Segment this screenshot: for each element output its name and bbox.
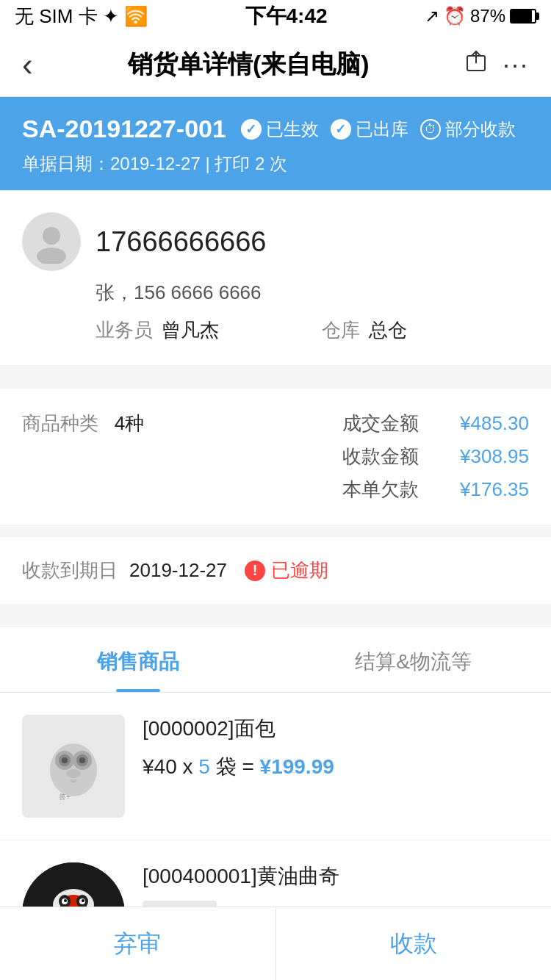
tabs-section: 销售商品 结算&物流等 [0, 627, 551, 693]
back-button[interactable]: ‹ [22, 46, 33, 83]
due-label: 收款到期日 [22, 558, 118, 583]
overdue-text: 已逾期 [271, 558, 328, 583]
product-item-1: 兽+ [0000002]面包 ¥40 x 5 袋 = ¥199.99 [0, 693, 551, 840]
deal-amount-row: 成交金额 ¥485.30 [342, 411, 529, 436]
tab-sales-products[interactable]: 销售商品 [0, 627, 276, 692]
warehouse-label: 仓库 [322, 317, 360, 343]
deal-amount-label: 成交金额 [342, 411, 419, 436]
product-name-2: [000400001]黄油曲奇 [143, 862, 529, 890]
page-title: 销货单详情(来自电脑) [128, 48, 370, 82]
status-badges: ✓ 已生效 ✓ 已出库 ⏱ 部分收款 [241, 118, 516, 141]
product-name-1: [0000002]面包 [143, 715, 529, 743]
due-section: 收款到期日 2019-12-27 ! 已逾期 [0, 536, 551, 604]
bottom-bar: 弃审 收款 [0, 907, 551, 980]
check-icon-shipped: ✓ [331, 119, 351, 140]
sales-value: 曾凡杰 [162, 317, 219, 343]
product-type: 商品种类 4种 [22, 411, 144, 502]
owed-row: 本单欠款 ¥176.35 [342, 477, 529, 502]
summary-right: 成交金额 ¥485.30 收款金额 ¥308.95 本单欠款 ¥176.35 [342, 411, 529, 502]
customer-info-row: 业务员 曾凡杰 仓库 总仓 [96, 317, 529, 343]
clock-icon: ⏱ [420, 119, 441, 140]
nav-actions: ··· [464, 49, 529, 80]
divider-1 [0, 377, 551, 389]
battery-level: 87% [470, 6, 505, 26]
svg-point-9 [79, 757, 85, 763]
sales-label: 业务员 [96, 317, 153, 343]
battery-icon [510, 9, 536, 24]
svg-text:兽+: 兽+ [59, 793, 71, 801]
overdue-badge: ! 已逾期 [245, 558, 328, 583]
customer-name-phone: 张，156 6666 6666 [96, 280, 529, 306]
warehouse-value: 总仓 [369, 317, 407, 343]
customer-section: 17666666666 张，156 6666 6666 业务员 曾凡杰 仓库 总… [0, 190, 551, 365]
warehouse-info: 仓库 总仓 [322, 317, 407, 343]
status-right: ↗ ⏰ 87% [425, 6, 536, 26]
product-info-1: [0000002]面包 ¥40 x 5 袋 = ¥199.99 [143, 715, 529, 781]
product-type-value: 4种 [115, 412, 144, 434]
status-active: ✓ 已生效 [241, 118, 319, 141]
status-time: 下午4:42 [245, 2, 328, 30]
status-shipped: ✓ 已出库 [331, 118, 408, 141]
status-bar: 无 SIM 卡 ✦ 🛜 下午4:42 ↗ ⏰ 87% [0, 0, 551, 32]
summary-section: 商品种类 4种 成交金额 ¥485.30 收款金额 ¥308.95 本单欠款 ¥… [0, 389, 551, 525]
svg-point-8 [62, 757, 68, 763]
due-date-value: 2019-12-27 [129, 559, 227, 582]
product-total-1: ¥199.99 [260, 755, 334, 778]
tab-settlement-logistics[interactable]: 结算&物流等 [276, 627, 551, 692]
product-type-label: 商品种类 [22, 412, 98, 434]
sales-info: 业务员 曾凡杰 [96, 317, 219, 343]
owed-value: ¥176.35 [433, 478, 529, 501]
svg-point-1 [43, 227, 60, 245]
order-id: SA-20191227-001 [22, 115, 226, 143]
alarm-icon: ⏰ [444, 6, 466, 26]
svg-point-2 [37, 248, 66, 264]
svg-point-19 [64, 899, 67, 902]
svg-point-10 [66, 769, 81, 778]
order-meta: 单据日期：2019-12-27 | 打印 2 次 [22, 152, 529, 176]
nav-bar: ‹ 销货单详情(来自电脑) ··· [0, 32, 551, 97]
status-partial: ⏱ 部分收款 [420, 118, 516, 141]
product-qty-1: 5 [198, 755, 210, 778]
overdue-icon: ! [245, 561, 265, 581]
svg-point-20 [82, 899, 84, 902]
confirm-button[interactable]: 收款 [276, 907, 552, 980]
check-icon-active: ✓ [241, 119, 262, 140]
status-left: 无 SIM 卡 ✦ 🛜 [15, 4, 148, 29]
cancel-button[interactable]: 弃审 [0, 907, 276, 980]
product-price-row-1: ¥40 x 5 袋 = ¥199.99 [143, 753, 529, 781]
customer-phone: 17666666666 [96, 226, 266, 258]
received-label: 收款金额 [342, 444, 419, 469]
product-unit-1: 袋 [216, 755, 237, 778]
received-row: 收款金额 ¥308.95 [342, 444, 529, 469]
product-image-1: 兽+ [22, 715, 125, 818]
product-unit-price-1: ¥40 [143, 755, 177, 778]
location-icon: ↗ [425, 6, 439, 26]
customer-avatar [22, 212, 81, 271]
owed-label: 本单欠款 [342, 477, 419, 502]
customer-row: 17666666666 [22, 212, 529, 271]
divider-2 [0, 604, 551, 616]
received-value: ¥308.95 [433, 445, 529, 468]
share-button[interactable] [464, 50, 488, 79]
order-header: SA-20191227-001 ✓ 已生效 ✓ 已出库 ⏱ 部分收款 单据日期：… [0, 97, 551, 190]
deal-amount-value: ¥485.30 [433, 412, 529, 435]
more-button[interactable]: ··· [503, 49, 529, 80]
